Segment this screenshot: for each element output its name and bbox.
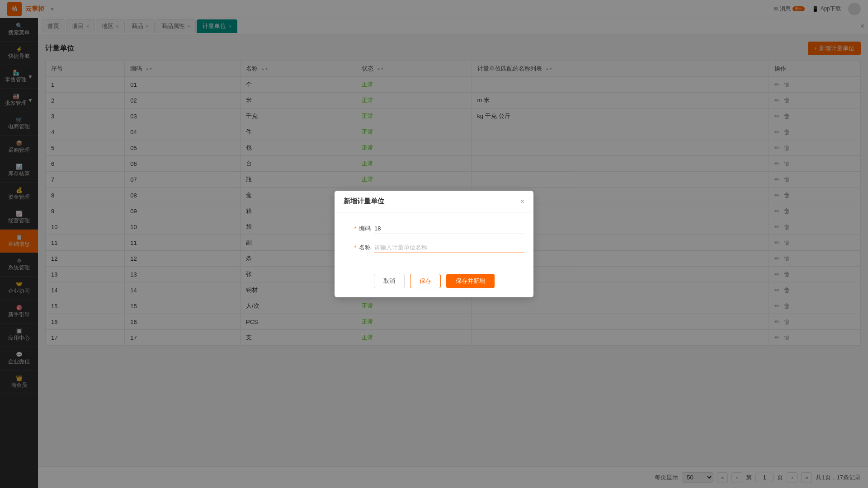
modal-overlay[interactable]: 新增计量单位 × * 编码 * 名称 取消 保存 保存并新增 [0,0,868,488]
modal-body: * 编码 * 名称 [335,212,533,268]
modal-header: 新增计量单位 × [335,191,533,212]
code-form-row: * 编码 [344,223,524,234]
name-label: * 名称 [344,244,371,252]
save-and-new-button[interactable]: 保存并新增 [446,274,495,288]
required-star-code: * [354,225,356,232]
modal-title: 新增计量单位 [344,197,384,206]
add-unit-modal: 新增计量单位 × * 编码 * 名称 取消 保存 保存并新增 [335,191,533,297]
code-input[interactable] [374,223,524,234]
name-input[interactable] [374,242,524,253]
modal-footer: 取消 保存 保存并新增 [335,268,533,297]
cancel-button[interactable]: 取消 [374,274,405,288]
name-form-row: * 名称 [344,242,524,253]
required-star-name: * [354,244,356,251]
modal-close-btn[interactable]: × [520,197,524,206]
code-label: * 编码 [344,225,371,233]
save-button[interactable]: 保存 [410,274,441,288]
